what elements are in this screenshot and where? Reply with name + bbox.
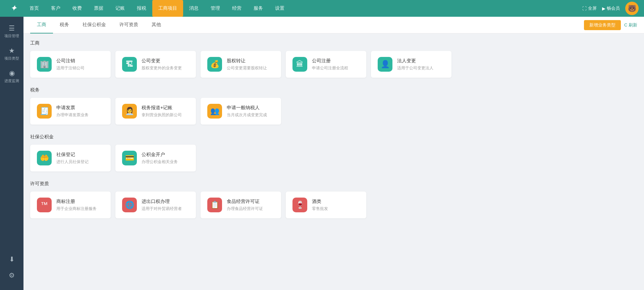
card-info-sw1: 申请发票办理申请发票业务 <box>56 105 89 118</box>
card-sw1[interactable]: 🧾申请发票办理申请发票业务 <box>30 98 111 125</box>
card-title-xk1: 商标注册 <box>56 199 97 205</box>
avatar[interactable]: 🐻 <box>625 2 639 15</box>
section-title-shuiwu: 税务 <box>30 87 637 93</box>
card-xk3[interactable]: 📋食品经营许可证办理食品经营许可证 <box>201 192 281 218</box>
nav-item-客户[interactable]: 客户 <box>45 0 66 17</box>
card-title-gs5: 法人变更 <box>397 58 433 64</box>
card-icon-gs2: 🏗 <box>122 57 137 72</box>
card-desc-xk2: 适用于对外贸易经营者 <box>142 206 182 212</box>
fullscreen-button[interactable]: ⛶ 全屏 <box>582 5 597 11</box>
card-gs3[interactable]: 💰股权转让公司变更需要股权转让 <box>201 51 281 78</box>
cards-grid-gongshang: 🏢公司注销适用于注销公司🏗公司变更股权变更外的业务变更💰股权转让公司变更需要股权… <box>30 51 637 78</box>
cards-grid-shuiwu: 🧾申请发票办理申请发票业务👩‍💼税务报道+记账拿到营业执照的新公司👥申请一般纳税… <box>30 98 637 125</box>
new-business-type-button[interactable]: 新增业务类型 <box>584 20 621 30</box>
nav-item-收费[interactable]: 收费 <box>66 0 88 17</box>
nav-item-经营[interactable]: 经营 <box>226 0 248 17</box>
card-desc-gs1: 适用于注销公司 <box>56 65 85 71</box>
refresh-button[interactable]: C 刷新 <box>624 22 637 28</box>
card-gs4[interactable]: 🏛公司注册申请公司注册全流程 <box>286 51 366 78</box>
card-info-xk2: 进出口权办理适用于对外贸易经营者 <box>142 199 182 212</box>
nav-menu: 首页客户收费票据记账报税工商项目消息管理经营服务设置 <box>23 0 582 17</box>
card-sw2[interactable]: 👩‍💼税务报道+记账拿到营业执照的新公司 <box>115 98 196 125</box>
sidebar-icon: ◉ <box>9 69 15 77</box>
nav-item-记账[interactable]: 记账 <box>109 0 131 17</box>
main-content: 工商税务社保公积金许可资质其他 新增业务类型 C 刷新 工商🏢公司注销适用于注销… <box>23 17 644 290</box>
sidebar-item-进度监测[interactable]: ◉进度监测 <box>0 65 23 87</box>
nav-item-报税[interactable]: 报税 <box>131 0 152 17</box>
card-xk1[interactable]: ™商标注册用于企业商标注册服务 <box>30 192 111 218</box>
card-title-xk2: 进出口权办理 <box>142 199 182 205</box>
nav-item-票据[interactable]: 票据 <box>88 0 109 17</box>
section-title-gongshang: 工商 <box>30 40 637 46</box>
card-xk2[interactable]: 🌐进出口权办理适用于对外贸易经营者 <box>115 192 196 218</box>
card-title-gs2: 公司变更 <box>142 58 182 64</box>
sidebar-icon: ★ <box>9 47 15 55</box>
card-desc-sb1: 进行人员社保登记 <box>56 159 89 165</box>
card-gs1[interactable]: 🏢公司注销适用于注销公司 <box>30 51 111 78</box>
card-info-gs2: 公司变更股权变更外的业务变更 <box>142 58 182 71</box>
section-gongshang: 工商🏢公司注销适用于注销公司🏗公司变更股权变更外的业务变更💰股权转让公司变更需要… <box>30 40 637 78</box>
nav-item-管理[interactable]: 管理 <box>205 0 226 17</box>
sidebar-item-项目类型[interactable]: ★项目类型 <box>0 43 23 65</box>
card-gs2[interactable]: 🏗公司变更股权变更外的业务变更 <box>115 51 196 78</box>
card-info-gs1: 公司注销适用于注销公司 <box>56 58 85 71</box>
card-desc-sw2: 拿到营业执照的新公司 <box>142 112 182 118</box>
card-icon-gs5: 👤 <box>378 57 392 72</box>
nav-item-设置[interactable]: 设置 <box>269 0 290 17</box>
vip-button[interactable]: ▶ 畅会员 <box>602 5 620 11</box>
card-icon-xk1: ™ <box>37 198 52 212</box>
card-info-sw3: 申请一般纳税人当月或次月成变更完成 <box>227 105 267 118</box>
tab-工商[interactable]: 工商 <box>30 17 53 33</box>
card-title-sw2: 税务报道+记账 <box>142 105 182 111</box>
card-desc-sw3: 当月或次月成变更完成 <box>227 112 267 118</box>
card-title-sb2: 公积金开户 <box>142 152 178 158</box>
card-title-xk4: 酒类 <box>312 199 328 205</box>
section-shuiwu: 税务🧾申请发票办理申请发票业务👩‍💼税务报道+记账拿到营业执照的新公司👥申请一般… <box>30 87 637 125</box>
card-title-sb1: 社保登记 <box>56 152 89 158</box>
nav-item-服务[interactable]: 服务 <box>248 0 269 17</box>
card-info-xk4: 酒类零售批发 <box>312 199 328 212</box>
card-info-sb1: 社保登记进行人员社保登记 <box>56 152 89 165</box>
card-info-gs4: 公司注册申请公司注册全流程 <box>312 58 348 71</box>
sidebar-bottom-item[interactable]: ⬇ <box>0 251 23 267</box>
card-icon-gs1: 🏢 <box>37 57 52 72</box>
card-icon-sb2: 💳 <box>122 151 137 165</box>
tab-bar: 工商税务社保公积金许可资质其他 新增业务类型 C 刷新 <box>23 17 644 33</box>
tab-社保公积金[interactable]: 社保公积金 <box>76 17 113 33</box>
nav-item-首页[interactable]: 首页 <box>23 0 45 17</box>
sidebar-bottom-icon: ⬇ <box>9 255 15 263</box>
sidebar-item-项目管理[interactable]: ☰项目管理 <box>0 20 23 43</box>
card-sb1[interactable]: 🤲社保登记进行人员社保登记 <box>30 145 111 171</box>
card-sb2[interactable]: 💳公积金开户办理公积金相关业务 <box>115 145 196 171</box>
card-desc-xk3: 办理食品经营许可证 <box>227 206 263 212</box>
card-info-gs3: 股权转让公司变更需要股权转让 <box>227 58 267 71</box>
sidebar-bottom-icon: ⚙ <box>9 271 15 279</box>
tab-税务[interactable]: 税务 <box>53 17 76 33</box>
card-xk4[interactable]: 🍷酒类零售批发 <box>286 192 366 218</box>
card-sw3[interactable]: 👥申请一般纳税人当月或次月成变更完成 <box>201 98 281 125</box>
cards-grid-shebao: 🤲社保登记进行人员社保登记💳公积金开户办理公积金相关业务 <box>30 145 637 171</box>
card-desc-xk4: 零售批发 <box>312 206 328 212</box>
card-icon-sb1: 🤲 <box>37 151 52 165</box>
nav-item-消息[interactable]: 消息 <box>183 0 205 17</box>
card-gs5[interactable]: 👤法人变更适用于公司变更法人 <box>371 51 451 78</box>
card-desc-gs5: 适用于公司变更法人 <box>397 65 433 71</box>
section-title-shebao: 社保公积金 <box>30 134 637 140</box>
card-info-gs5: 法人变更适用于公司变更法人 <box>397 58 433 71</box>
card-title-xk3: 食品经营许可证 <box>227 199 263 205</box>
card-info-xk1: 商标注册用于企业商标注册服务 <box>56 199 97 212</box>
tab-其他[interactable]: 其他 <box>145 17 168 33</box>
app-logo: ✦ <box>3 4 23 13</box>
left-sidebar: ☰项目管理★项目类型◉进度监测⬇⚙ <box>0 17 23 290</box>
tab-许可资质[interactable]: 许可资质 <box>113 17 145 33</box>
card-title-gs4: 公司注册 <box>312 58 348 64</box>
card-icon-gs3: 💰 <box>207 57 222 72</box>
card-title-gs1: 公司注销 <box>56 58 85 64</box>
section-shebao: 社保公积金🤲社保登记进行人员社保登记💳公积金开户办理公积金相关业务 <box>30 134 637 171</box>
card-desc-gs3: 公司变更需要股权转让 <box>227 65 267 71</box>
card-icon-xk4: 🍷 <box>292 198 307 212</box>
nav-item-工商项目[interactable]: 工商项目 <box>152 0 183 17</box>
sidebar-bottom-item[interactable]: ⚙ <box>0 267 23 283</box>
card-desc-gs4: 申请公司注册全流程 <box>312 65 348 71</box>
card-info-sb2: 公积金开户办理公积金相关业务 <box>142 152 178 165</box>
